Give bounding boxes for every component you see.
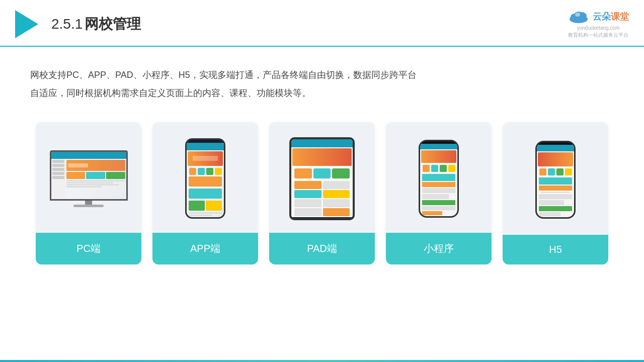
card-label-pc: PC端 xyxy=(36,233,141,264)
card-image-miniprogram xyxy=(386,122,492,233)
brand-cloud-container: 云朵课堂 xyxy=(568,9,629,24)
bottom-bar xyxy=(0,360,644,362)
svg-point-4 xyxy=(575,13,580,17)
brand-name-ketang: 课堂 xyxy=(611,12,629,22)
brand-tagline: 教育机构一站式服务云平台 xyxy=(568,32,628,39)
pc-mockup xyxy=(50,150,128,207)
card-image-pc xyxy=(36,122,141,233)
description-text: 网校支持PC、APP、PAD、小程序、H5，实现多端打通，产品各终端自由切换，数… xyxy=(0,47,453,112)
pc-screen xyxy=(50,150,128,201)
card-app: APP端 xyxy=(152,122,258,264)
brand-logo: 云朵课堂 yunduoketang.com 教育机构一站式服务云平台 xyxy=(568,9,629,39)
card-pc: PC端 xyxy=(36,122,141,264)
card-h5: H5 xyxy=(503,122,608,264)
brand-url: yunduoketang.com xyxy=(577,25,620,31)
card-label-h5: H5 xyxy=(503,235,608,264)
h5-phone-mockup xyxy=(535,141,576,219)
page-title: 2.5.1网校管理 xyxy=(51,15,141,34)
brand-name: 云朵课堂 xyxy=(593,11,629,23)
header-left: 2.5.1网校管理 xyxy=(15,10,141,38)
logo-triangle-icon xyxy=(15,10,38,38)
card-image-pad xyxy=(269,122,375,233)
header: 2.5.1网校管理 云朵课堂 yunduoketang.com 教育机构一站式服… xyxy=(0,0,644,47)
pad-mockup xyxy=(289,137,355,220)
card-image-h5 xyxy=(503,122,608,235)
card-label-pad: PAD端 xyxy=(269,233,375,264)
cloud-icon xyxy=(568,9,590,24)
card-image-app xyxy=(152,122,258,233)
section-number: 2.5.1 xyxy=(51,16,83,32)
card-label-app: APP端 xyxy=(152,233,258,264)
app-phone-mockup xyxy=(185,138,225,219)
card-label-miniprogram: 小程序 xyxy=(386,233,492,264)
card-miniprogram: 小程序 xyxy=(386,122,492,264)
cards-container: PC端 xyxy=(0,112,644,264)
mini-phone-mockup xyxy=(419,140,459,218)
brand-name-yun: 云朵 xyxy=(593,12,611,22)
card-pad: PAD端 xyxy=(269,122,375,264)
